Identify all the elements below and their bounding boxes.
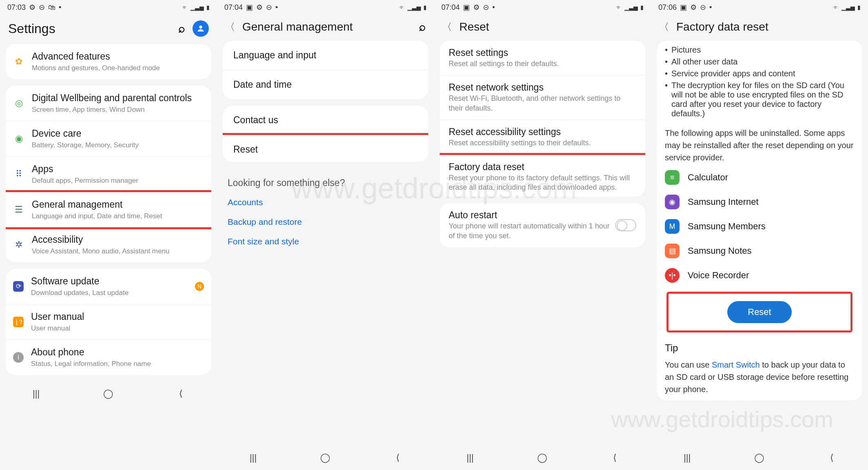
phone-screen-reset: 07:04 ▣ ⚙ ⊝ • ᯤ ▁▃▅ ▮ 〈 Reset Reset sett… xyxy=(434,0,651,470)
back-icon[interactable]: 〈 xyxy=(442,20,452,33)
item-subtitle: Motions and gestures, One-handed mode xyxy=(32,64,204,73)
item-reset-accessibility[interactable]: Reset accessibility settings Reset acces… xyxy=(440,120,645,155)
page-title: Settings xyxy=(8,21,171,36)
home-button[interactable]: ◯ xyxy=(317,452,334,463)
search-icon[interactable]: ⌕ xyxy=(178,22,185,35)
recents-button[interactable]: ||| xyxy=(28,388,44,399)
phone-screen-settings: 07:03 ⚙ ⊝ 🛍 • ᯤ ▁▃▅ ▮ Settings ⌕ ✿ Advan… xyxy=(0,0,217,470)
item-reset-network[interactable]: Reset network settings Reset Wi-Fi, Blue… xyxy=(440,75,645,120)
section-heading: Looking for something else? xyxy=(217,168,434,193)
battery-icon: ▮ xyxy=(857,4,861,11)
nav-bar: ||| ◯ ⟨ xyxy=(434,446,651,470)
settings-item-general-management[interactable]: ☰ General management Language and input,… xyxy=(6,190,211,229)
settings-item-device-care[interactable]: ◉ Device care Battery, Storage, Memory, … xyxy=(6,121,211,157)
gear-icon: ⚙ xyxy=(256,3,263,12)
item-title: Reset accessibility settings xyxy=(449,126,636,137)
item-subtitle: Status, Legal information, Phone name xyxy=(31,359,204,368)
item-title: Auto restart xyxy=(449,210,610,221)
profile-icon[interactable] xyxy=(193,20,209,37)
settings-item-digital-wellbeing[interactable]: ◎ Digital Wellbeing and parental control… xyxy=(6,86,211,121)
back-button[interactable]: ⟨ xyxy=(824,452,840,463)
home-button[interactable]: ◯ xyxy=(751,452,768,463)
signal-icon: ▁▃▅ xyxy=(841,4,855,11)
status-bar: 07:03 ⚙ ⊝ 🛍 • ᯤ ▁▃▅ ▮ xyxy=(0,0,217,15)
home-button[interactable]: ◯ xyxy=(100,388,117,399)
gear-icon: ⚙ xyxy=(29,3,35,12)
item-subtitle: Language and input, Date and time, Reset xyxy=(32,212,204,221)
battery-icon: ▮ xyxy=(423,4,427,11)
bullet-item: The decryption key for files on the SD c… xyxy=(657,80,862,120)
search-icon[interactable]: ⌕ xyxy=(419,20,426,33)
item-subtitle: Default apps, Permission manager xyxy=(32,176,204,185)
status-time: 07:04 xyxy=(224,3,243,12)
signal-icon: ▁▃▅ xyxy=(190,4,204,11)
item-subtitle: Voice Assistant, Mono audio, Assistant m… xyxy=(32,247,204,256)
recents-button[interactable]: ||| xyxy=(462,452,478,463)
nav-bar: ||| ◯ ⟨ xyxy=(651,446,868,470)
settings-item-advanced-features[interactable]: ✿ Advanced features Motions and gestures… xyxy=(6,44,211,79)
item-title: User manual xyxy=(31,311,204,323)
battery-icon: ▮ xyxy=(640,4,644,11)
back-button[interactable]: ⟨ xyxy=(607,452,623,463)
item-contact-us[interactable]: Contact us xyxy=(223,106,428,135)
app-label: Samsung Members xyxy=(688,221,766,232)
bag-icon: 🛍 xyxy=(48,3,55,12)
notes-icon: ▤ xyxy=(665,244,680,258)
item-factory-data-reset[interactable]: Factory data reset Reset your phone to i… xyxy=(440,153,645,197)
settings-item-apps[interactable]: ⠿ Apps Default apps, Permission manager xyxy=(6,157,211,192)
gear-icon: ✿ xyxy=(13,56,24,67)
back-button[interactable]: ⟨ xyxy=(173,388,189,399)
item-subtitle: Reset all settings to their defaults. xyxy=(449,59,636,69)
dnd-icon: ⊝ xyxy=(266,3,272,12)
image-icon: ▣ xyxy=(246,3,253,12)
svg-point-0 xyxy=(199,26,202,29)
item-subtitle: Reset accessibility settings to their de… xyxy=(449,138,636,148)
internet-icon: ◉ xyxy=(665,195,680,209)
settings-item-user-manual[interactable]: ❘? User manual User manual xyxy=(6,304,211,340)
settings-item-software-update[interactable]: ⟳ Software update Download updates, Last… xyxy=(6,269,211,304)
item-subtitle: Reset your phone to its factory default … xyxy=(449,173,636,193)
item-subtitle: User manual xyxy=(31,324,204,333)
toggle-switch[interactable] xyxy=(615,219,636,231)
wifi-icon: ᯤ xyxy=(833,4,839,11)
dot-icon: • xyxy=(275,3,278,12)
members-icon: M xyxy=(665,219,680,234)
item-title: About phone xyxy=(31,346,204,359)
item-reset[interactable]: Reset xyxy=(223,133,428,162)
item-title: Advanced features xyxy=(32,51,204,63)
dnd-icon: ⊝ xyxy=(483,3,489,12)
app-header: 〈 Reset xyxy=(434,15,651,41)
link-font-size-style[interactable]: Font size and style xyxy=(217,232,434,251)
info-icon: i xyxy=(13,352,24,363)
link-accounts[interactable]: Accounts xyxy=(217,193,434,212)
item-subtitle: Battery, Storage, Memory, Security xyxy=(32,141,204,150)
recents-button[interactable]: ||| xyxy=(245,452,261,463)
back-icon[interactable]: 〈 xyxy=(659,20,669,33)
page-title: Factory data reset xyxy=(676,20,860,33)
app-label: Samsung Notes xyxy=(688,246,752,256)
reset-button[interactable]: Reset xyxy=(727,301,791,323)
bullet-item: All other user data xyxy=(657,56,862,68)
smart-switch-link[interactable]: Smart Switch xyxy=(712,360,760,369)
settings-item-accessibility[interactable]: ✲ Accessibility Voice Assistant, Mono au… xyxy=(6,227,211,262)
back-icon[interactable]: 〈 xyxy=(225,20,235,33)
item-title: Digital Wellbeing and parental controls xyxy=(32,92,204,104)
settings-item-about-phone[interactable]: i About phone Status, Legal information,… xyxy=(6,340,211,375)
link-backup-restore[interactable]: Backup and restore xyxy=(217,212,434,232)
item-title: Accessibility xyxy=(32,234,204,246)
status-bar: 07:06 ▣ ⚙ ⊝ • ᯤ ▁▃▅ ▮ xyxy=(651,0,868,15)
item-auto-restart[interactable]: Auto restart Your phone will restart aut… xyxy=(440,203,645,247)
page-title: General management xyxy=(242,20,412,33)
item-title: Reset settings xyxy=(449,47,636,58)
home-button[interactable]: ◯ xyxy=(534,452,551,463)
item-date-time[interactable]: Date and time xyxy=(223,70,428,99)
item-language-input[interactable]: Language and input xyxy=(223,41,428,70)
wifi-icon: ᯤ xyxy=(399,4,405,11)
item-reset-settings[interactable]: Reset settings Reset all settings to the… xyxy=(440,41,645,75)
bullet-item: Service provider apps and content xyxy=(657,68,862,80)
wifi-icon: ᯤ xyxy=(182,4,188,11)
nav-bar: ||| ◯ ⟨ xyxy=(0,381,217,406)
tip-heading: Tip xyxy=(657,337,862,357)
back-button[interactable]: ⟨ xyxy=(390,452,406,463)
recents-button[interactable]: ||| xyxy=(679,452,695,463)
